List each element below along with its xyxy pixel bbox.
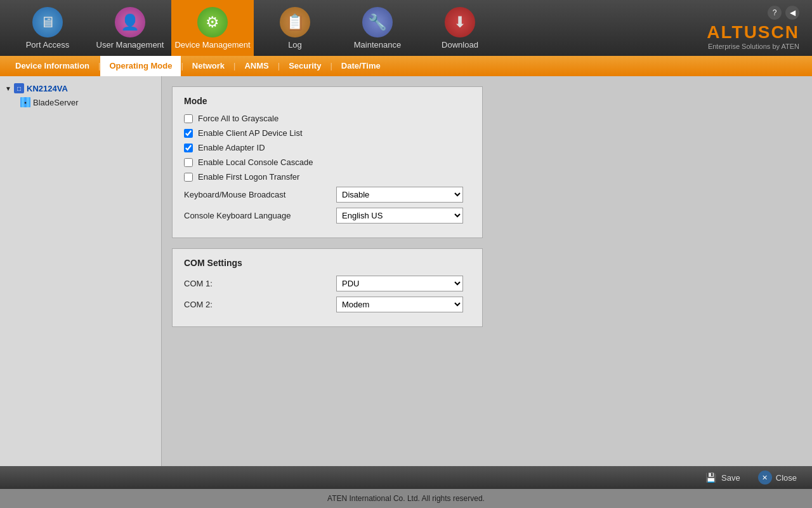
subnav-network[interactable]: Network	[183, 56, 233, 76]
checkbox-enable-local-console: Enable Local Console Cascade	[184, 157, 471, 167]
console-keyboard-select[interactable]: English US French German Japanese	[336, 208, 463, 224]
com-section: COM Settings COM 1: PDU Modem None COM 2…	[172, 248, 483, 327]
keyboard-mouse-row: Keyboard/Mouse Broadcast Disable Enable	[184, 187, 471, 203]
save-button[interactable]: 💾 Save	[698, 468, 745, 487]
device-management-icon: ⚙	[197, 7, 228, 37]
nav-user-management[interactable]: 👤 User Management	[89, 0, 171, 56]
footer-text: ATEN International Co. Ltd. All rights r…	[327, 494, 485, 503]
checkbox-force-grayscale: Force All to Grayscale	[184, 114, 471, 123]
force-grayscale-checkbox[interactable]	[184, 114, 193, 123]
tree-label-bladeserver: BladeServer	[33, 98, 79, 107]
keyboard-mouse-select[interactable]: Disable Enable	[336, 187, 463, 203]
tree-item-kn2124va[interactable]: ▼ □ KN2124VA	[3, 81, 159, 95]
enable-client-ap-label[interactable]: Enable Client AP Device List	[198, 128, 303, 138]
checkbox-enable-adapter-id: Enable Adapter ID	[184, 143, 471, 152]
enable-first-logon-label[interactable]: Enable First Logon Transfer	[198, 172, 299, 182]
com1-select[interactable]: PDU Modem None	[336, 276, 463, 291]
com2-label: COM 2:	[184, 300, 336, 309]
save-label: Save	[721, 473, 740, 483]
device-icon: □	[14, 83, 24, 93]
enable-adapter-id-label[interactable]: Enable Adapter ID	[198, 143, 265, 152]
nav-download-label: Download	[442, 40, 478, 50]
blade-icon: ▪	[20, 97, 30, 107]
console-keyboard-label: Console Keyboard Language	[184, 211, 336, 220]
com2-row: COM 2: PDU Modem None	[184, 297, 471, 312]
bottom-bar: 💾 Save ✕ Close	[0, 466, 812, 489]
nav-download[interactable]: ⬇ Download	[419, 0, 501, 56]
subnav-date-time[interactable]: Date/Time	[332, 56, 390, 76]
save-icon: 💾	[704, 471, 717, 485]
nav-log-label: Log	[288, 40, 302, 50]
log-icon: 📋	[280, 7, 310, 37]
nav-maintenance[interactable]: 🔧 Maintenance	[336, 0, 419, 56]
mode-section-title: Mode	[184, 96, 471, 106]
nav-log[interactable]: 📋 Log	[254, 0, 336, 56]
close-icon: ✕	[758, 471, 772, 485]
checkbox-enable-client-ap: Enable Client AP Device List	[184, 128, 471, 138]
tree-toggle[interactable]: ▼	[5, 85, 13, 92]
close-button[interactable]: ✕ Close	[753, 468, 802, 487]
close-label: Close	[776, 473, 797, 483]
logo-text: ALTUSCN	[707, 22, 799, 43]
tree-item-bladeserver[interactable]: ▪ BladeServer	[3, 95, 159, 109]
force-grayscale-label[interactable]: Force All to Grayscale	[198, 114, 278, 123]
nav-port-access[interactable]: 🖥 Port Access	[6, 0, 89, 56]
subnav-security[interactable]: Security	[280, 56, 330, 76]
top-navigation: 🖥 Port Access 👤 User Management ⚙ Device…	[0, 0, 812, 56]
help-icon[interactable]: ?	[768, 6, 782, 20]
audio-icon[interactable]: ◀	[785, 6, 799, 20]
nav-device-management-label: Device Management	[174, 40, 250, 50]
subnav-device-information[interactable]: Device Information	[6, 56, 98, 76]
nav-port-access-label: Port Access	[26, 40, 70, 50]
console-keyboard-row: Console Keyboard Language English US Fre…	[184, 208, 471, 224]
nav-user-management-label: User Management	[96, 40, 164, 50]
enable-client-ap-checkbox[interactable]	[184, 129, 193, 138]
tree-label-kn2124va: KN2124VA	[27, 84, 68, 93]
com2-select[interactable]: PDU Modem None	[336, 297, 463, 312]
enable-adapter-id-checkbox[interactable]	[184, 144, 193, 152]
com-section-title: COM Settings	[184, 258, 471, 268]
sidebar: ▼ □ KN2124VA ▪ BladeServer	[0, 76, 162, 466]
nav-maintenance-label: Maintenance	[354, 40, 401, 50]
logo-area: ? ◀ ALTUSCN Enterprise Solutions by ATEN	[707, 6, 806, 50]
content-panel: Mode Force All to Grayscale Enable Clien…	[162, 76, 812, 466]
footer: ATEN International Co. Ltd. All rights r…	[0, 489, 812, 508]
subnav-operating-mode[interactable]: Operating Mode	[100, 56, 181, 76]
checkbox-enable-first-logon: Enable First Logon Transfer	[184, 172, 471, 182]
enable-first-logon-checkbox[interactable]	[184, 173, 193, 182]
enable-local-console-label[interactable]: Enable Local Console Cascade	[198, 157, 313, 167]
subnav-anms[interactable]: ANMS	[235, 56, 277, 76]
mode-section: Mode Force All to Grayscale Enable Clien…	[172, 86, 483, 238]
keyboard-mouse-label: Keyboard/Mouse Broadcast	[184, 190, 336, 199]
com1-row: COM 1: PDU Modem None	[184, 276, 471, 291]
download-icon: ⬇	[445, 7, 475, 37]
user-management-icon: 👤	[115, 7, 145, 37]
maintenance-icon: 🔧	[362, 7, 393, 37]
logo-sub: Enterprise Solutions by ATEN	[708, 43, 799, 50]
sub-navigation: Device Information | Operating Mode | Ne…	[0, 56, 812, 76]
com1-label: COM 1:	[184, 279, 336, 288]
enable-local-console-checkbox[interactable]	[184, 158, 193, 167]
port-access-icon: 🖥	[32, 7, 63, 37]
main-content: ▼ □ KN2124VA ▪ BladeServer Mode Force Al…	[0, 76, 812, 466]
nav-device-management[interactable]: ⚙ Device Management	[171, 0, 254, 56]
